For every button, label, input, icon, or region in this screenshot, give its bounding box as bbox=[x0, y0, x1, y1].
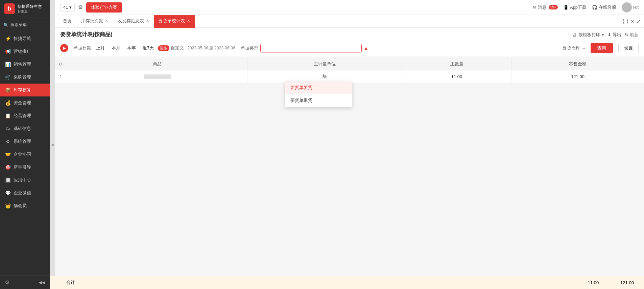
sidebar-search[interactable]: 🔍 搜索菜单 bbox=[0, 18, 50, 32]
date-label: 单据日期 bbox=[74, 45, 91, 51]
avatar bbox=[622, 2, 632, 13]
sidebar-collapse-icon[interactable]: ◀◀ bbox=[39, 280, 45, 285]
warehouse-label: 要货仓库 bbox=[563, 45, 580, 51]
tab-inventory-batch[interactable]: 库存批次账 ✕ bbox=[76, 15, 113, 28]
cell-amount: 121.00 bbox=[512, 70, 644, 83]
app-logo: b bbox=[4, 3, 15, 14]
col-amount: 零售金额 bbox=[512, 58, 644, 70]
print-icon: 🖨 bbox=[573, 32, 577, 37]
table-footer-bar: 合计 11.00 121.00 bbox=[55, 276, 644, 289]
user-profile[interactable]: Rit bbox=[622, 2, 639, 13]
tab-maximize[interactable]: ⤢ bbox=[637, 19, 641, 24]
marketing-icon: 📢 bbox=[5, 49, 11, 54]
footer-label: 合计 bbox=[62, 280, 549, 286]
type-dropdown: 要货单要货 要货单退货 bbox=[285, 81, 352, 107]
newbie-icon: 🎯 bbox=[5, 164, 11, 170]
tabs-scroll-right[interactable]: ⟩ bbox=[626, 18, 628, 24]
dropdown-item-order-return[interactable]: 要货单退货 bbox=[285, 94, 352, 107]
table-settings-col: ⚙ bbox=[55, 58, 67, 70]
date-this-year[interactable]: 本年 bbox=[124, 44, 139, 52]
sales-icon: 📊 bbox=[5, 62, 11, 67]
tab-close-recv-summary[interactable]: ✕ bbox=[146, 19, 149, 23]
data-table: ⚙ 商品 主计量单位 主数量 零售金额 1 块 bbox=[55, 58, 644, 83]
sidebar-collapse-bar[interactable]: ◀ bbox=[50, 0, 55, 289]
sidebar-item-sales[interactable]: 📊 销售管理 bbox=[0, 58, 50, 71]
sidebar-item-member[interactable]: 👑 畅会员 bbox=[0, 199, 50, 212]
date-last-7-days[interactable]: 近7天 bbox=[140, 44, 157, 52]
refresh-button[interactable]: ↻ 刷新 bbox=[625, 32, 639, 38]
headset-icon: 🎧 bbox=[592, 5, 597, 10]
inventory-icon: 📦 bbox=[5, 87, 11, 93]
app-title: 畅捷通好生意 标准版 bbox=[18, 4, 42, 14]
tab-close-inventory-batch[interactable]: ✕ bbox=[105, 19, 108, 23]
date-custom-button[interactable]: 自定义 bbox=[171, 45, 184, 51]
search-menu-button[interactable]: 🔍 搜索菜单 bbox=[3, 21, 47, 29]
topbar: 41 ▾ ⚙ 体验行业方案 ✉ 消息 99+ 📱 App下载 🎧 在线客服 R bbox=[55, 0, 644, 15]
warehouse-filter-group: 要货仓库 ··· bbox=[563, 45, 585, 52]
sidebar-header: b 畅捷通好生意 标准版 bbox=[0, 0, 50, 18]
filter-row: ▶ 单据日期 上月 本月 本年 近7天 更多 自定义 2023-05-06 至 … bbox=[55, 40, 644, 57]
collapse-chevron-icon: ◀ bbox=[51, 143, 54, 147]
footer-settings-icon[interactable]: ⚙ bbox=[5, 279, 9, 286]
basic-icon: 🗂 bbox=[5, 126, 11, 131]
page-title: 要货单统计表(按商品) bbox=[60, 31, 113, 38]
expand-filter-button[interactable]: ▶ bbox=[60, 44, 68, 52]
type-label: 单据类型 bbox=[241, 45, 258, 51]
sidebar-item-purchase[interactable]: 🛒 采购管理 bbox=[0, 71, 50, 84]
warehouse-more-icon[interactable]: ··· bbox=[582, 45, 585, 52]
message-badge: 99+ bbox=[549, 5, 558, 9]
sidebar-item-inventory[interactable]: 📦 库存核算 bbox=[0, 84, 50, 96]
sidebar-item-system[interactable]: ⚙ 系统管理 bbox=[0, 135, 50, 148]
dropdown-item-order-goods[interactable]: 要货单要货 bbox=[285, 81, 352, 94]
trial-industry-button[interactable]: 体验行业方案 bbox=[86, 2, 122, 13]
topbar-settings-icon[interactable]: ⚙ bbox=[78, 4, 83, 10]
member-icon: 👑 bbox=[5, 203, 11, 208]
online-service-button[interactable]: 🎧 在线客服 bbox=[592, 4, 616, 10]
type-filter-input[interactable] bbox=[260, 44, 362, 52]
export-icon: ⬇ bbox=[607, 32, 611, 37]
sidebar-item-quick-nav[interactable]: ⚡ 快捷导航 bbox=[0, 32, 50, 45]
query-button[interactable]: 查询 bbox=[591, 43, 613, 53]
page-title-bar: 要货单统计表(按商品) 🖨 按模板打印 ▾ ⬇ 导出 ↻ 刷新 bbox=[55, 28, 644, 40]
date-filter-group: 单据日期 上月 本月 本年 近7天 更多 自定义 2023-05-06 至 20… bbox=[74, 44, 235, 52]
tab-close-all[interactable]: ✕ bbox=[630, 19, 635, 24]
sidebar-item-operation[interactable]: 📋 经营管理 bbox=[0, 109, 50, 122]
app-download-button[interactable]: 📱 App下载 bbox=[563, 4, 587, 10]
refresh-icon: ↻ bbox=[625, 32, 628, 37]
export-button[interactable]: ⬇ 导出 bbox=[607, 32, 621, 38]
print-dropdown-icon: ▾ bbox=[602, 32, 604, 37]
tab-close-order-summary[interactable]: ✕ bbox=[187, 19, 190, 23]
sidebar-item-marketing[interactable]: 📢 营销推广 bbox=[0, 45, 50, 58]
cell-qty: 11.00 bbox=[402, 70, 512, 83]
purchase-icon: 🛒 bbox=[5, 74, 11, 80]
col-unit: 主计量单位 bbox=[247, 58, 402, 70]
sidebar: b 畅捷通好生意 标准版 🔍 搜索菜单 ⚡ 快捷导航 📢 营销推广 📊 销售管理… bbox=[0, 0, 50, 289]
col-product: 商品 bbox=[67, 58, 247, 70]
topbar-left: 41 ▾ ⚙ 体验行业方案 bbox=[60, 2, 533, 13]
sidebar-item-apps[interactable]: 🔲 应用中心 bbox=[0, 174, 50, 186]
tab-home[interactable]: 首页 bbox=[58, 15, 76, 28]
tab-order-summary[interactable]: 要货单统计表 ✕ bbox=[154, 15, 195, 28]
sidebar-item-newbie[interactable]: 🎯 新手引导 bbox=[0, 161, 50, 174]
date-this-month[interactable]: 本月 bbox=[109, 44, 123, 52]
settings-button[interactable]: 设置 bbox=[618, 43, 639, 53]
company-selector[interactable]: 41 ▾ bbox=[60, 3, 75, 12]
table-settings-icon[interactable]: ⚙ bbox=[59, 62, 63, 67]
footer-amount: 121.00 bbox=[610, 280, 644, 285]
tab-recv-summary[interactable]: 收发存汇总表 ✕ bbox=[113, 15, 154, 28]
sidebar-item-wechat[interactable]: 💬 企业微信 bbox=[0, 186, 50, 199]
type-filter-group: 单据类型 ▲ bbox=[241, 44, 557, 52]
print-button[interactable]: 🖨 按模板打印 ▾ bbox=[573, 32, 604, 38]
date-last-month[interactable]: 上月 bbox=[93, 44, 108, 52]
tabs-scroll-left[interactable]: ⟨ bbox=[622, 18, 624, 24]
page-actions: 🖨 按模板打印 ▾ ⬇ 导出 ↻ 刷新 bbox=[573, 32, 639, 38]
messages-button[interactable]: ✉ 消息 99+ bbox=[533, 4, 558, 10]
sidebar-item-finance[interactable]: 💰 资金管理 bbox=[0, 96, 50, 109]
sidebar-item-basic[interactable]: 🗂 基础信息 bbox=[0, 122, 50, 135]
type-dropdown-arrow[interactable]: ▲ bbox=[364, 45, 368, 51]
enterprise-icon: 🤝 bbox=[5, 152, 11, 157]
date-more-badge[interactable]: 更多 bbox=[158, 45, 169, 51]
table-container: ⚙ 商品 主计量单位 主数量 零售金额 1 块 bbox=[55, 58, 644, 83]
sidebar-item-enterprise[interactable]: 🤝 企业协同 bbox=[0, 148, 50, 161]
wechat-icon: 💬 bbox=[5, 190, 11, 196]
